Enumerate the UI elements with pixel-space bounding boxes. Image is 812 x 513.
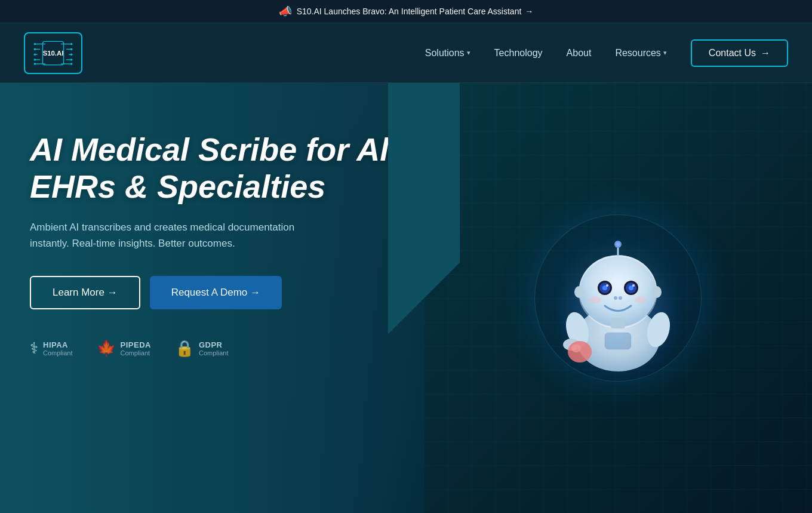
svg-point-27 xyxy=(568,341,592,363)
hero-buttons: Learn More → Request A Demo → xyxy=(30,276,400,309)
logo-svg: S10.AI xyxy=(32,38,74,68)
robot-svg xyxy=(540,201,696,392)
pipeda-icon: 🍁 xyxy=(97,339,116,358)
svg-point-45 xyxy=(616,242,620,246)
contact-us-button[interactable]: Contact Us → xyxy=(691,39,788,67)
solutions-chevron-icon: ▾ xyxy=(467,49,470,57)
hipaa-badge: ⚕ HIPAA Compliant xyxy=(30,339,73,358)
announcement-text: S10.AI Launches Bravo: An Intelligent Pa… xyxy=(297,7,522,16)
hero-subtitle: Ambient AI transcribes and creates medic… xyxy=(30,219,316,251)
svg-point-34 xyxy=(606,284,608,287)
logo-box: S10.AI xyxy=(24,32,82,74)
svg-point-46 xyxy=(574,286,584,298)
svg-rect-49 xyxy=(605,333,631,349)
svg-point-17 xyxy=(70,53,73,56)
svg-point-14 xyxy=(34,63,36,65)
svg-point-15 xyxy=(70,42,73,45)
svg-point-41 xyxy=(589,296,601,303)
robot-container xyxy=(528,179,708,417)
hero-left-panel: AI Medical Scribe for All EHRs & Special… xyxy=(0,83,424,513)
resources-chevron-icon: ▾ xyxy=(663,49,667,57)
hipaa-icon: ⚕ xyxy=(30,339,38,358)
megaphone-icon: 📣 xyxy=(279,5,292,18)
svg-point-40 xyxy=(619,296,622,300)
request-demo-button[interactable]: Request A Demo → xyxy=(150,276,282,309)
svg-point-12 xyxy=(34,53,36,56)
svg-text:S10.AI: S10.AI xyxy=(43,49,64,56)
svg-point-42 xyxy=(635,296,647,303)
svg-point-47 xyxy=(652,286,662,298)
pipeda-badge: 🍁 PIPEDA Compliant xyxy=(97,339,151,358)
hero-section: AI Medical Scribe for All EHRs & Special… xyxy=(0,83,812,513)
hero-right-panel xyxy=(424,83,812,513)
gdpr-icon: 🔒 xyxy=(175,339,194,358)
svg-point-16 xyxy=(70,48,73,50)
svg-rect-48 xyxy=(611,318,625,328)
header: S10.AI Solutions ▾ Technology About Reso… xyxy=(0,23,812,83)
nav-about[interactable]: About xyxy=(567,48,592,59)
svg-point-39 xyxy=(614,296,617,300)
svg-point-10 xyxy=(34,42,36,45)
announcement-bar: 📣 S10.AI Launches Bravo: An Intelligent … xyxy=(0,0,812,23)
svg-point-18 xyxy=(70,59,73,61)
compliance-badges: ⚕ HIPAA Compliant 🍁 PIPEDA Compliant 🔒 G… xyxy=(30,339,400,358)
contact-arrow-icon: → xyxy=(761,48,770,59)
nav-solutions[interactable]: Solutions ▾ xyxy=(425,48,470,59)
logo-container[interactable]: S10.AI xyxy=(24,32,82,74)
svg-point-28 xyxy=(571,344,581,352)
nav-resources[interactable]: Resources ▾ xyxy=(615,48,666,59)
robot-illustration xyxy=(540,201,696,395)
announcement-link[interactable]: S10.AI Launches Bravo: An Intelligent Pa… xyxy=(297,7,534,16)
svg-point-11 xyxy=(34,48,36,50)
main-nav: Solutions ▾ Technology About Resources ▾… xyxy=(425,39,788,67)
svg-point-38 xyxy=(632,284,635,287)
svg-point-13 xyxy=(34,59,36,61)
hero-title: AI Medical Scribe for All EHRs & Special… xyxy=(30,131,400,205)
learn-more-button[interactable]: Learn More → xyxy=(30,276,140,309)
gdpr-badge: 🔒 GDPR Compliant xyxy=(175,339,229,358)
announcement-arrow: → xyxy=(525,7,533,16)
svg-point-19 xyxy=(70,63,73,65)
nav-technology[interactable]: Technology xyxy=(494,48,543,59)
